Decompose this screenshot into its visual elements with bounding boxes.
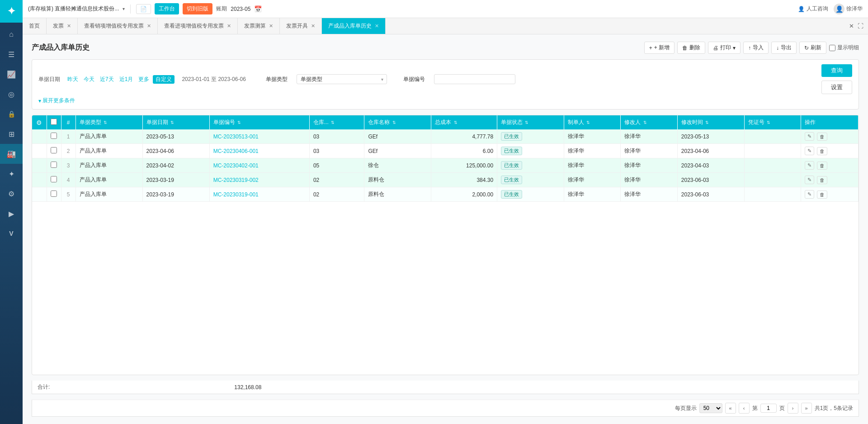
- set-btn[interactable]: 设置: [821, 81, 852, 94]
- row-checkbox-1[interactable]: [51, 147, 57, 153]
- sidebar-item-video[interactable]: ▶: [0, 204, 23, 224]
- tab-expand-icon[interactable]: ⛶: [858, 23, 863, 29]
- switch-version-btn[interactable]: 切到旧版: [183, 3, 212, 14]
- sidebar-item-stamp[interactable]: ✦: [0, 164, 23, 184]
- td-checkbox-1[interactable]: [47, 144, 61, 158]
- company-dropdown-icon[interactable]: ▾: [123, 6, 125, 11]
- app-logo[interactable]: ✦: [0, 0, 23, 23]
- row-edit-btn-4[interactable]: ✎: [805, 190, 814, 199]
- shortcut-yesterday[interactable]: 昨天: [66, 75, 80, 84]
- tab-invoice-issue-close[interactable]: ✕: [311, 23, 315, 29]
- row-checkbox-3[interactable]: [51, 176, 57, 182]
- tab-close-all-icon[interactable]: ✕: [849, 23, 854, 29]
- type-filter-select[interactable]: 单据类型: [297, 74, 387, 84]
- sidebar-item-home[interactable]: ⌂: [0, 24, 23, 44]
- td-checkbox-4[interactable]: [47, 187, 61, 202]
- tab-invoice-issue[interactable]: 发票开具 ✕: [280, 18, 322, 34]
- td-number-0[interactable]: MC-20230513-001: [209, 129, 309, 144]
- th-checkbox[interactable]: [47, 115, 61, 129]
- tab-check-purchase-vat-label: 查看进项增值税专用发票: [164, 22, 224, 30]
- tab-check-purchase-vat[interactable]: 查看进项增值税专用发票 ✕: [158, 18, 238, 34]
- shortcut-7days[interactable]: 近7天: [98, 75, 116, 84]
- expand-conditions-btn[interactable]: ▾ 展开更多条件: [38, 97, 75, 105]
- export-btn[interactable]: ↓ 导出: [771, 42, 797, 54]
- row-edit-btn-3[interactable]: ✎: [805, 176, 814, 184]
- shortcut-today[interactable]: 今天: [82, 75, 96, 84]
- th-warehouse-name[interactable]: 仓库名称 ⇅: [364, 115, 431, 129]
- th-total-cost[interactable]: 总成本 ⇅: [431, 115, 497, 129]
- td-checkbox-0[interactable]: [47, 129, 61, 144]
- tab-product-warehouse-history[interactable]: 产成品入库单历史 ✕: [322, 18, 386, 34]
- row-delete-btn-1[interactable]: 🗑: [817, 147, 827, 155]
- th-warehouse-code[interactable]: 仓库... ⇅: [309, 115, 364, 129]
- row-edit-btn-0[interactable]: ✎: [805, 132, 814, 141]
- sidebar-item-chart[interactable]: 📈: [0, 64, 23, 84]
- td-number-2[interactable]: MC-20230402-001: [209, 158, 309, 173]
- query-btn[interactable]: 查询: [821, 64, 852, 77]
- tab-check-sales-vat-close[interactable]: ✕: [147, 23, 151, 29]
- sidebar-item-docs[interactable]: ☰: [0, 44, 23, 64]
- td-settings-2: [32, 158, 47, 173]
- document-btn[interactable]: 📄: [136, 4, 151, 14]
- show-detail-checkbox[interactable]: [829, 45, 835, 51]
- td-checkbox-2[interactable]: [47, 158, 61, 173]
- th-settings[interactable]: ⚙: [32, 115, 47, 129]
- num-filter-input[interactable]: [434, 74, 515, 84]
- user-service[interactable]: 👤 人工咨询: [798, 5, 828, 13]
- tab-invoice-calc-close[interactable]: ✕: [269, 23, 273, 29]
- first-page-btn[interactable]: «: [725, 403, 736, 414]
- tab-invoice-close[interactable]: ✕: [67, 23, 71, 29]
- th-number[interactable]: 单据编号 ⇅: [209, 115, 309, 129]
- sidebar-item-graph[interactable]: ◎: [0, 84, 23, 104]
- td-number-4[interactable]: MC-20230319-001: [209, 187, 309, 202]
- tab-home[interactable]: 首页: [23, 18, 47, 34]
- row-checkbox-4[interactable]: [51, 191, 57, 197]
- tab-invoice-calc[interactable]: 发票测算 ✕: [238, 18, 280, 34]
- tab-check-purchase-vat-close[interactable]: ✕: [227, 23, 231, 29]
- row-delete-btn-2[interactable]: 🗑: [817, 162, 827, 170]
- row-edit-btn-1[interactable]: ✎: [805, 147, 814, 155]
- td-number-3[interactable]: MC-20230319-002: [209, 173, 309, 187]
- shortcut-more[interactable]: 更多: [137, 75, 151, 84]
- th-modify-time[interactable]: 修改时间 ⇅: [677, 115, 744, 129]
- row-checkbox-0[interactable]: [51, 133, 57, 139]
- row-edit-btn-2[interactable]: ✎: [805, 161, 814, 170]
- row-delete-btn-4[interactable]: 🗑: [817, 191, 827, 199]
- page-size-select[interactable]: 50 20 100: [699, 403, 722, 413]
- td-number-1[interactable]: MC-20230406-001: [209, 144, 309, 158]
- calendar-icon[interactable]: 📅: [254, 5, 262, 13]
- th-voucher-num[interactable]: 凭证号 ⇅: [744, 115, 801, 129]
- td-checkbox-3[interactable]: [47, 173, 61, 187]
- workbench-btn[interactable]: 工作台: [155, 3, 179, 14]
- th-date[interactable]: 单据日期 ⇅: [142, 115, 209, 129]
- user-info[interactable]: 👤 徐泽华: [834, 4, 863, 14]
- th-status[interactable]: 单据状态 ⇅: [497, 115, 564, 129]
- print-btn[interactable]: 🖨 打印 ▾: [708, 42, 741, 54]
- page-number-input[interactable]: [760, 404, 777, 413]
- shortcut-custom[interactable]: 自定义: [153, 75, 175, 84]
- shortcut-1month[interactable]: 近1月: [118, 75, 135, 84]
- last-page-btn[interactable]: »: [801, 403, 812, 414]
- new-btn[interactable]: + + 新增: [644, 42, 675, 54]
- prev-page-btn[interactable]: ‹: [739, 403, 750, 414]
- row-checkbox-2[interactable]: [51, 162, 57, 168]
- import-btn[interactable]: ↑ 导入: [743, 42, 769, 54]
- th-creator[interactable]: 制单人 ⇅: [564, 115, 621, 129]
- sidebar-item-org[interactable]: ⊞: [0, 124, 23, 144]
- th-modifier[interactable]: 修改人 ⇅: [621, 115, 677, 129]
- select-all-checkbox[interactable]: [51, 119, 57, 125]
- tab-invoice[interactable]: 发票 ✕: [47, 18, 78, 34]
- tab-check-sales-vat[interactable]: 查看销项增值税专用发票 ✕: [78, 18, 158, 34]
- row-delete-btn-0[interactable]: 🗑: [817, 133, 827, 141]
- delete-btn[interactable]: 🗑 删除: [677, 42, 705, 54]
- refresh-btn[interactable]: ↻ 刷新: [799, 42, 826, 54]
- sidebar-item-version[interactable]: V: [0, 224, 23, 243]
- next-page-btn[interactable]: ›: [788, 403, 798, 414]
- sidebar-item-warehouse[interactable]: 🏭: [0, 144, 23, 164]
- sidebar-item-settings[interactable]: ⚙: [0, 184, 23, 204]
- sidebar-item-lock[interactable]: 🔒: [0, 104, 23, 124]
- row-delete-btn-3[interactable]: 🗑: [817, 176, 827, 184]
- tab-product-warehouse-history-close[interactable]: ✕: [375, 23, 379, 29]
- th-type[interactable]: 单据类型 ⇅: [75, 115, 142, 129]
- settings-gear-icon[interactable]: ⚙: [36, 119, 42, 126]
